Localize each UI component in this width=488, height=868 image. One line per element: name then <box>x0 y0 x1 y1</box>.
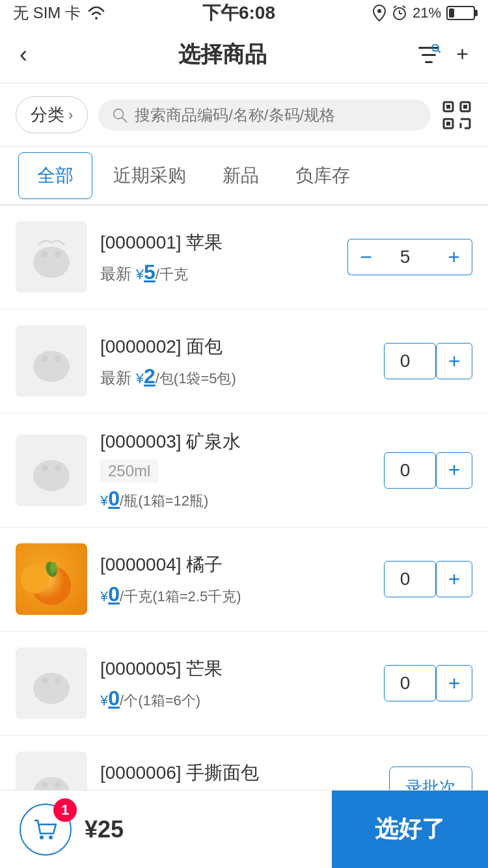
product-info: [0000004] 橘子 ¥0/千克(1箱=2.5千克) <box>100 552 371 606</box>
category-label: 分类 <box>31 103 64 126</box>
battery-icon <box>446 6 475 20</box>
currency-symbol: ¥ <box>136 370 144 387</box>
status-right: 21% <box>372 5 475 21</box>
product-info: [0000005] 芒果 ¥0/个(1箱=6个) <box>100 657 371 711</box>
tab-recent[interactable]: 近期采购 <box>95 147 204 204</box>
quantity-control: − + <box>347 239 472 275</box>
back-button[interactable]: ‹ <box>20 41 27 68</box>
tab-all[interactable]: 全部 <box>18 152 92 199</box>
list-item: [0000005] 芒果 ¥0/个(1箱=6个) + <box>0 632 488 735</box>
search-input[interactable] <box>135 106 418 124</box>
tab-negative[interactable]: 负库存 <box>277 147 368 204</box>
svg-rect-18 <box>446 122 450 126</box>
product-thumbnail <box>16 647 87 719</box>
quantity-input[interactable] <box>384 343 436 379</box>
price-value: 0 <box>108 582 120 606</box>
quantity-input[interactable] <box>384 239 436 275</box>
product-spec: 250ml <box>100 459 158 483</box>
owl-logo <box>25 657 77 709</box>
confirm-button[interactable]: 选好了 <box>332 791 488 869</box>
alarm-icon <box>392 5 407 21</box>
nav-left: ‹ <box>20 41 27 68</box>
product-name: [0000003] 矿泉水 <box>100 429 371 454</box>
list-item: [0000002] 面包 最新 ¥2/包(1袋=5包) + <box>0 310 488 413</box>
filter-icon[interactable] <box>417 44 441 65</box>
svg-line-10 <box>438 50 441 53</box>
svg-line-5 <box>403 6 405 8</box>
currency-symbol: ¥ <box>136 266 144 282</box>
product-thumbnail <box>16 435 87 506</box>
price-unit: /个(1箱=6个) <box>120 692 200 709</box>
quantity-input[interactable] <box>384 665 436 701</box>
cart-area: 1 ¥25 <box>20 804 124 856</box>
price-unit: /千克 <box>156 266 188 282</box>
tab-new[interactable]: 新品 <box>204 147 277 204</box>
product-name: [0000002] 面包 <box>100 334 371 359</box>
list-item: [0000004] 橘子 ¥0/千克(1箱=2.5千克) + <box>0 528 488 631</box>
add-button[interactable]: + <box>456 42 468 66</box>
product-thumbnail <box>16 543 87 615</box>
currency-symbol: ¥ <box>100 588 108 604</box>
owl-logo <box>25 444 77 496</box>
page-title: 选择商品 <box>178 40 267 70</box>
quantity-increase-button[interactable]: + <box>436 665 472 701</box>
cart-icon-button[interactable]: 1 <box>20 804 72 856</box>
cart-icon <box>31 815 60 844</box>
product-price: ¥0/千克(1箱=2.5千克) <box>100 582 371 606</box>
product-info: [0000003] 矿泉水 250ml ¥0/瓶(1箱=12瓶) <box>100 429 371 511</box>
svg-point-55 <box>42 781 48 788</box>
scan-icon[interactable] <box>441 100 472 131</box>
svg-point-32 <box>42 355 48 362</box>
svg-point-26 <box>42 251 48 258</box>
status-left: 无 SIM 卡 <box>13 3 105 23</box>
status-time: 下午6:08 <box>202 1 275 25</box>
currency-symbol: ¥ <box>100 692 108 709</box>
owl-logo <box>25 231 77 283</box>
quantity-input[interactable] <box>384 561 436 597</box>
carrier-text: 无 SIM 卡 <box>13 3 81 23</box>
svg-line-12 <box>122 117 127 122</box>
svg-point-50 <box>55 677 61 684</box>
product-info: [0000002] 面包 最新 ¥2/包(1袋=5包) <box>100 334 371 388</box>
price-value: 0 <box>108 487 120 510</box>
quantity-increase-button[interactable]: + <box>436 343 472 379</box>
price-label: 最新 <box>100 265 131 282</box>
product-thumbnail <box>16 325 87 397</box>
product-price: ¥0/瓶(1箱=12瓶) <box>100 487 371 511</box>
product-name: [0000001] 苹果 <box>100 230 334 255</box>
status-bar: 无 SIM 卡 下午6:08 21% <box>0 0 488 26</box>
product-price: 最新 ¥5/千克 <box>100 260 334 284</box>
quantity-control: + <box>384 343 472 379</box>
price-label: 最新 <box>100 369 131 387</box>
quantity-increase-button[interactable]: + <box>436 239 472 275</box>
filter-bar: 分类 › <box>0 83 488 147</box>
svg-rect-17 <box>463 105 467 109</box>
svg-point-58 <box>40 835 44 839</box>
quantity-increase-button[interactable]: + <box>436 561 472 597</box>
quantity-increase-button[interactable]: + <box>436 452 472 489</box>
price-unit: /千克(1箱=2.5千克) <box>120 588 241 604</box>
product-info: [0000001] 苹果 最新 ¥5/千克 <box>100 230 334 284</box>
svg-point-56 <box>55 781 61 788</box>
product-list: [0000001] 苹果 最新 ¥5/千克 − + [0000002] <box>0 206 488 868</box>
svg-point-59 <box>49 835 53 839</box>
battery-percent: 21% <box>413 5 441 21</box>
svg-rect-16 <box>446 105 450 109</box>
category-button[interactable]: 分类 › <box>16 96 88 133</box>
svg-point-43 <box>21 565 49 593</box>
cart-total: ¥25 <box>85 816 124 843</box>
owl-logo <box>25 335 77 387</box>
svg-rect-7 <box>422 54 436 56</box>
quantity-decrease-button[interactable]: − <box>347 239 384 275</box>
cart-badge: 1 <box>53 798 77 822</box>
svg-rect-6 <box>418 47 439 49</box>
chevron-icon: › <box>68 107 73 124</box>
price-value: 0 <box>108 686 120 710</box>
svg-point-39 <box>55 465 61 471</box>
svg-point-38 <box>42 465 48 471</box>
svg-rect-8 <box>425 61 433 63</box>
quantity-input[interactable] <box>384 452 436 489</box>
location-icon <box>372 5 386 21</box>
bottom-bar: 1 ¥25 选好了 <box>0 790 488 868</box>
svg-point-0 <box>377 9 381 13</box>
